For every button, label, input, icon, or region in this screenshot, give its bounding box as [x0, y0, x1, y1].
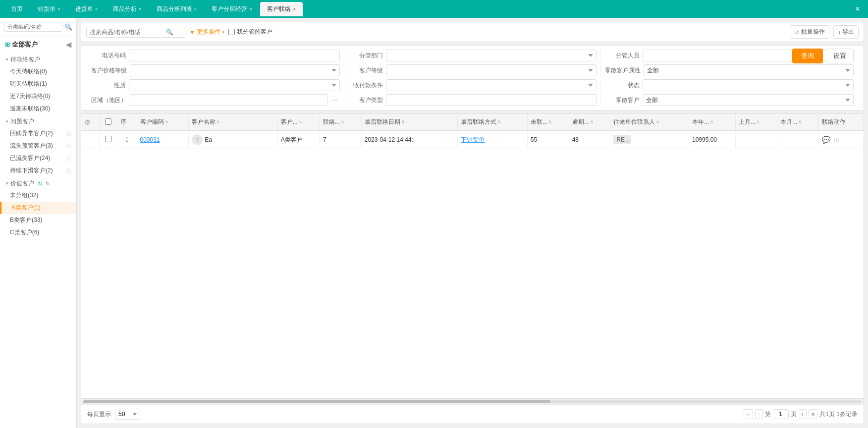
select-nature[interactable]: [129, 79, 340, 91]
refresh-icon-value[interactable]: ↻: [38, 180, 43, 187]
nav-sales[interactable]: 销货单 ×: [31, 2, 67, 16]
settings-button[interactable]: 设置: [826, 49, 854, 63]
nav-purchase[interactable]: 进货单 ×: [68, 2, 105, 16]
page-size-select[interactable]: 10 20 50 100: [115, 409, 139, 420]
close-goods-analysis-tab[interactable]: ×: [139, 6, 142, 12]
table-container: ⚙ 序 客户: [81, 113, 864, 424]
cell-gear: [81, 131, 99, 149]
content-area: 🔍 ▼ 更多条件 ▾ 我分管的客户 ☑ 批量操作 ↓ 导出: [77, 18, 868, 428]
sort-last-date[interactable]: ⇅: [401, 120, 405, 124]
select-payment[interactable]: [386, 79, 597, 91]
nav-goods-analysis[interactable]: 商品分析 ×: [106, 2, 149, 16]
arrow-value: ▼: [5, 181, 9, 186]
more-filters-button[interactable]: ▼ 更多条件 ▾: [189, 28, 224, 36]
sort-contact-count[interactable]: ⇅: [341, 120, 344, 124]
sidebar-item-declining[interactable]: 持续下滑客户(2) ⓘ: [0, 164, 76, 177]
select-dept[interactable]: [386, 50, 597, 61]
sidebar-item-week[interactable]: 近7天待联络(0): [0, 90, 76, 103]
group-label-value: 价值客户: [10, 179, 34, 188]
edit-icon-value[interactable]: ✎: [45, 180, 50, 187]
group-header-waiting[interactable]: ▼ 待联络客户: [0, 53, 76, 65]
filter-row-1: 电话号码 分管部门 分管人员 ··· 查询 设置: [87, 50, 858, 61]
sidebar-item-c-class[interactable]: C类客户(6): [0, 226, 76, 239]
table-row: 1 000031 ? Ea: [81, 131, 864, 149]
sidebar-search-icon[interactable]: 🔍: [64, 23, 72, 31]
sort-this-month[interactable]: ⇅: [798, 120, 802, 124]
input-phone[interactable]: [129, 50, 340, 61]
col-gear: ⚙: [81, 114, 99, 131]
customer-code-link[interactable]: 000031: [140, 136, 160, 143]
last-method-link[interactable]: 下销货单: [461, 136, 485, 143]
label-status: 状态: [605, 81, 640, 90]
select-all-checkbox[interactable]: [105, 118, 111, 125]
horizontal-scrollbar[interactable]: [81, 398, 864, 404]
chat-action-icon[interactable]: 💬: [822, 136, 830, 144]
nav-customer-contact[interactable]: 客户联络 ×: [260, 2, 303, 16]
sort-overdue[interactable]: ⇅: [590, 120, 594, 124]
my-customers-checkbox-label[interactable]: 我分管的客户: [228, 28, 272, 36]
sidebar-item-churn-warning[interactable]: 流失预警客户(3) ⓘ: [0, 140, 76, 152]
sidebar-item-ungrouped[interactable]: 未分组(32): [0, 189, 76, 202]
nav-home[interactable]: 首页: [4, 2, 30, 16]
close-purchase-tab[interactable]: ×: [95, 6, 98, 12]
col-settings-icon[interactable]: ⚙: [84, 118, 91, 126]
export-button[interactable]: ↓ 导出: [833, 25, 859, 39]
sort-name[interactable]: ⇅: [217, 120, 220, 124]
last-page-button[interactable]: »: [809, 409, 818, 419]
prev-page-button[interactable]: ‹: [755, 409, 763, 419]
first-page-button[interactable]: «: [744, 409, 753, 419]
region-more-button[interactable]: ···: [331, 97, 340, 104]
sidebar-item-b-class[interactable]: B类客户(33): [0, 214, 76, 226]
batch-op-button[interactable]: ☑ 批量操作: [790, 25, 829, 39]
select-customer-tier[interactable]: [386, 64, 597, 76]
group-header-problem[interactable]: ▼ 问题客户: [0, 115, 76, 127]
col-checkbox: [99, 114, 117, 131]
close-customer-contact-tab[interactable]: ×: [293, 6, 296, 12]
main-search-icon[interactable]: 🔍: [166, 29, 173, 36]
row-checkbox[interactable]: [105, 136, 111, 142]
sort-this-year[interactable]: ⇅: [710, 120, 713, 124]
cell-checkbox: [99, 131, 117, 149]
select-retail[interactable]: 全部: [643, 94, 854, 106]
input-customer-type[interactable]: [386, 94, 597, 106]
col-tier: 客户... ⇅: [277, 114, 320, 131]
sidebar-item-repurchase[interactable]: 回购异常客户(2) ⓘ: [0, 127, 76, 140]
close-all-button[interactable]: ×: [851, 4, 864, 14]
sidebar-collapse-icon[interactable]: ◀: [66, 41, 71, 49]
sort-uncontacted[interactable]: ⇅: [548, 120, 552, 124]
page-number-input[interactable]: [773, 409, 789, 419]
sort-code[interactable]: ⇅: [165, 120, 168, 124]
select-status[interactable]: [643, 79, 854, 91]
nav-goods-analysis-list[interactable]: 商品分析列表 ×: [150, 2, 204, 16]
sidebar-item-overdue[interactable]: 逾期未联络(30): [0, 103, 76, 115]
cell-name: ? Ea: [189, 131, 278, 149]
my-customers-checkbox[interactable]: [228, 29, 235, 35]
sidebar-search-area: 🔍: [0, 18, 76, 36]
sort-last-month[interactable]: ⇅: [757, 120, 760, 124]
sidebar-search-input[interactable]: [4, 22, 62, 32]
main-search-input[interactable]: [90, 29, 164, 36]
select-price-tier[interactable]: [130, 64, 340, 76]
cell-uncontacted: 55: [527, 131, 569, 149]
filter-row-4: 区域（地区） ··· 客户类型 零散客户 全部: [87, 94, 858, 106]
grid-action-icon[interactable]: ⊞: [833, 136, 839, 144]
sort-tier[interactable]: ⇅: [299, 120, 302, 124]
sidebar-item-today[interactable]: 今天待联络(0): [0, 65, 76, 78]
col-uncontacted: 未联... ⇅: [527, 114, 569, 131]
select-retail-attr[interactable]: 全部: [644, 64, 854, 76]
close-customer-tier-tab[interactable]: ×: [249, 6, 252, 12]
sidebar-item-a-class[interactable]: A类客户(1): [0, 202, 76, 214]
input-region[interactable]: [130, 94, 328, 106]
close-goods-analysis-list-tab[interactable]: ×: [194, 6, 197, 12]
query-button[interactable]: 查询: [792, 49, 823, 63]
info-icon-churn: ⓘ: [66, 143, 71, 150]
sort-contact-person[interactable]: ⇅: [656, 120, 659, 124]
nav-customer-tier[interactable]: 客户分层经营 ×: [205, 2, 259, 16]
sidebar-item-tomorrow[interactable]: 明天待联络(1): [0, 78, 76, 90]
group-header-value[interactable]: ▼ 价值客户 ↻ ✎: [0, 177, 76, 189]
close-sales-tab[interactable]: ×: [57, 6, 60, 12]
next-page-button[interactable]: ›: [799, 409, 807, 419]
sort-last-method[interactable]: ⇅: [497, 120, 501, 124]
sidebar-item-churned[interactable]: 已流失客户(24) ⓘ: [0, 152, 76, 164]
sidebar-root-label[interactable]: 全部客户: [12, 40, 38, 49]
